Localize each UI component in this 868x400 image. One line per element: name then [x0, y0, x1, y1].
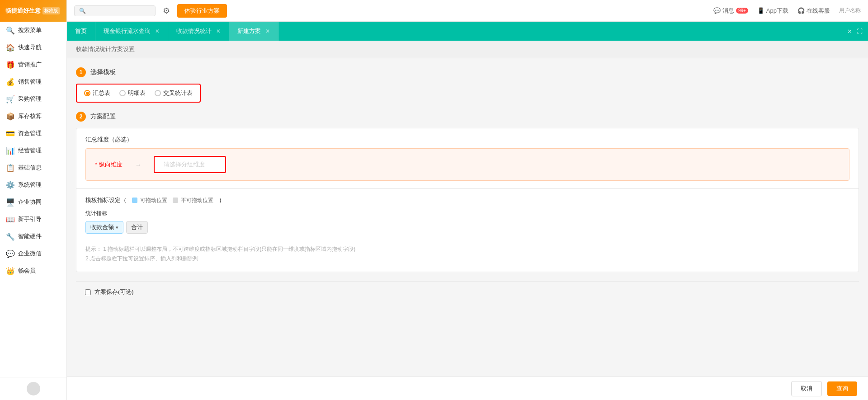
- sidebar-item-enterprise[interactable]: 🖥️ 企业协同: [0, 193, 66, 211]
- sidebar-logo-text: 畅捷通好生意: [5, 7, 41, 15]
- tab-close-icon[interactable]: ✕: [216, 28, 221, 34]
- sidebar-item-search-menu[interactable]: 🔍 搜索菜单: [0, 22, 66, 39]
- save-label: 方案保存(可选): [94, 288, 134, 296]
- sidebar-item-purchase[interactable]: 🛒 采购管理: [0, 90, 66, 108]
- sidebar-item-label: 经营管理: [18, 146, 42, 155]
- sidebar-bottom: [0, 377, 66, 400]
- metrics-group-label: 统计指标: [85, 210, 849, 217]
- sidebar-item-quick-nav[interactable]: 🏠 快速导航: [0, 39, 66, 56]
- sidebar-item-label: 新手引导: [18, 215, 42, 223]
- step2-section: 2 方案配置 汇总维度（必选） * 纵向维度 → 请选择分组维度: [76, 112, 859, 272]
- sidebar-item-inventory[interactable]: 📦 库存核算: [0, 108, 66, 125]
- breadcrumb-text: 收款情况统计方案设置: [76, 46, 135, 52]
- footer-bar: 取消 查询: [67, 376, 868, 400]
- clipboard-icon: 📋: [6, 164, 14, 172]
- headset-icon: 🎧: [797, 7, 805, 14]
- tab-close-icon[interactable]: ✕: [265, 28, 270, 34]
- tool-icon: 🔧: [6, 232, 14, 240]
- monitor-icon: 🖥️: [6, 198, 14, 206]
- sidebar-item-member[interactable]: 👑 畅会员: [0, 262, 66, 279]
- metrics-tag-receipt-amount[interactable]: 收款金额 ▾: [85, 221, 123, 234]
- page-wrapper: 收款情况统计方案设置 1 选择模板 汇总表: [67, 41, 868, 376]
- notification-button[interactable]: 💬 消息 99+: [713, 7, 748, 15]
- save-section: 方案保存(可选): [76, 281, 859, 302]
- template-option-detail[interactable]: 明细表: [119, 89, 146, 97]
- metrics-label-end: ）: [219, 196, 225, 204]
- tab-new-plan[interactable]: 新建方案 ✕: [229, 22, 278, 41]
- online-service-button[interactable]: 🎧 在线客服: [797, 7, 830, 15]
- step1-header: 1 选择模板: [76, 67, 859, 77]
- sidebar-item-wechat[interactable]: 💬 企业微信: [0, 245, 66, 262]
- cancel-button[interactable]: 取消: [791, 381, 822, 396]
- template-option-cross[interactable]: 交叉统计表: [155, 89, 193, 97]
- tab-new-plan-label: 新建方案: [237, 27, 261, 35]
- sidebar-item-marketing[interactable]: 🎁 营销推广: [0, 56, 66, 73]
- query-button[interactable]: 查询: [827, 381, 857, 396]
- fixed-dot: [173, 198, 178, 203]
- tips-area: 提示： 1.拖动标题栏可以调整布局，不可跨维度或指标区域拖动栏目字段(只能在同一…: [76, 241, 859, 272]
- tab-bank-flow[interactable]: 现金银行流水查询 ✕: [95, 22, 168, 41]
- search-icon: 🔍: [6, 26, 14, 34]
- gear-icon: ⚙️: [6, 181, 14, 189]
- avatar[interactable]: [27, 382, 40, 395]
- sidebar-logo: 畅捷通好生意 标准版: [0, 0, 66, 22]
- dimension-select[interactable]: 请选择分组维度: [154, 156, 226, 173]
- sidebar-item-label: 系统管理: [18, 181, 42, 189]
- step2-number: 2: [76, 112, 86, 122]
- sidebar-item-label: 销售管理: [18, 78, 42, 86]
- topbar-search-box[interactable]: 🔍: [74, 5, 156, 16]
- tab-home[interactable]: 首页: [67, 22, 95, 41]
- config-section: 汇总维度（必选） * 纵向维度 → 请选择分组维度: [76, 128, 859, 272]
- sidebar-item-label: 企业协同: [18, 198, 42, 206]
- notification-badge: 99+: [736, 8, 748, 14]
- card-icon: 💳: [6, 129, 14, 137]
- topbar-right: 💬 消息 99+ 📱 App下载 🎧 在线客服 用户名称: [713, 7, 861, 15]
- sidebar-item-finance[interactable]: 💳 资金管理: [0, 125, 66, 142]
- expand-icon[interactable]: ⛶: [857, 28, 863, 35]
- tab-receipt-stats[interactable]: 收款情况统计 ✕: [168, 22, 229, 41]
- chevron-down-icon: ▾: [116, 225, 118, 231]
- chat-icon: 💬: [6, 249, 14, 258]
- sidebar-logo-tag: 标准版: [42, 7, 60, 14]
- sidebar-item-sales[interactable]: 💰 销售管理: [0, 73, 66, 90]
- close-window-icon[interactable]: ✕: [847, 28, 852, 35]
- step1-number: 1: [76, 67, 86, 77]
- tab-bank-flow-label: 现金银行流水查询: [104, 27, 151, 35]
- fixed-label: 不可拖动位置: [181, 197, 213, 204]
- sidebar-item-label: 快速导航: [18, 43, 42, 52]
- template-selector: 汇总表 明细表 交叉统计表: [76, 84, 201, 103]
- draggable-toggle: 可拖动位置: [132, 197, 167, 204]
- sidebar-item-label: 企业微信: [18, 249, 42, 258]
- content-area: 收款情况统计方案设置 1 选择模板 汇总表: [67, 41, 868, 376]
- sidebar-item-label: 基础信息: [18, 164, 42, 172]
- sidebar-item-guide[interactable]: 📖 新手引导: [0, 211, 66, 228]
- save-checkbox[interactable]: [85, 289, 91, 295]
- metrics-area: 模板指标设定（ 可拖动位置 不可拖动位置 ）: [76, 189, 859, 241]
- metrics-header: 模板指标设定（ 可拖动位置 不可拖动位置 ）: [85, 196, 849, 204]
- tabbar-actions: ✕ ⛶: [842, 22, 868, 41]
- dimension-area: 汇总维度（必选） * 纵向维度 → 请选择分组维度: [76, 128, 859, 188]
- sidebar-item-label: 采购管理: [18, 95, 42, 103]
- radio-circle-detail: [119, 90, 126, 96]
- money-icon: 💰: [6, 78, 14, 86]
- template-option-summary[interactable]: 汇总表: [84, 89, 110, 97]
- step2-title: 方案配置: [90, 113, 116, 121]
- tag-label: 合计: [131, 224, 143, 231]
- sidebar-item-system[interactable]: ⚙️ 系统管理: [0, 176, 66, 193]
- box-icon: 📦: [6, 112, 14, 120]
- app-download-button[interactable]: 📱 App下载: [757, 7, 788, 15]
- sidebar-item-operations[interactable]: 📊 经营管理: [0, 142, 66, 159]
- draggable-label: 可拖动位置: [140, 197, 167, 204]
- sidebar-item-label: 营销推广: [18, 61, 42, 69]
- settings-icon[interactable]: ⚙: [163, 6, 170, 16]
- metrics-tag-total[interactable]: 合计: [126, 221, 148, 234]
- tab-close-icon[interactable]: ✕: [155, 28, 160, 34]
- phone-icon: 📱: [757, 7, 764, 14]
- chart-icon: 📊: [6, 146, 14, 155]
- sidebar-item-hardware[interactable]: 🔧 智能硬件: [0, 228, 66, 245]
- radio-circle-cross: [155, 90, 161, 96]
- download-label: App下载: [766, 7, 788, 15]
- industry-plan-button[interactable]: 体验行业方案: [177, 4, 227, 18]
- sidebar-item-basic-info[interactable]: 📋 基础信息: [0, 159, 66, 176]
- row-dimension-label: * 纵向维度: [95, 160, 123, 169]
